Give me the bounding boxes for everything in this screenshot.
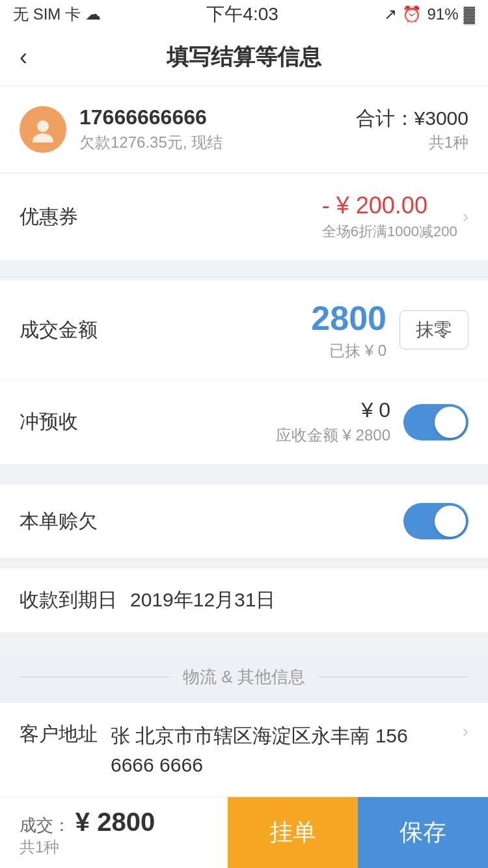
credit-toggle-knob (435, 506, 466, 537)
deal-section: 成交金额 2800 已抹 ¥ 0 抹零 冲预收 ¥ 0 应收金额 ¥ 2800 (0, 280, 488, 464)
user-card: 17666666666 欠款1276.35元, 现结 合计：¥3000 共1种 (0, 86, 488, 172)
bottom-bar: 成交： ¥ 2800 共1种 挂单 保存 (0, 796, 488, 868)
sim-label: 无 SIM 卡 ☁ (13, 4, 101, 25)
avatar (20, 106, 66, 153)
separator-row: 物流 & 其他信息 (0, 653, 488, 701)
due-date-label: 收款到期日 (20, 587, 117, 614)
round-button[interactable]: 抹零 (400, 310, 468, 349)
deal-row: 成交金额 2800 已抹 ¥ 0 抹零 (0, 280, 488, 380)
user-info: 17666666666 欠款1276.35元, 现结 (79, 105, 223, 153)
divider2 (0, 474, 488, 485)
bottom-deal-label: 成交： (20, 815, 70, 835)
credit-toggle[interactable] (403, 503, 468, 539)
nav-bar: ‹ 填写结算等信息 (0, 29, 488, 86)
coupon-amount: - ¥ 200.00 (322, 192, 457, 219)
page-title: 填写结算等信息 (167, 42, 321, 72)
battery-label: 91% (427, 5, 458, 23)
status-time: 下午4:03 (206, 2, 278, 27)
status-bar: 无 SIM 卡 ☁ 下午4:03 ↗ ⏰ 91% ▓ (0, 0, 488, 29)
due-date-value: 2019年12月31日 (130, 587, 275, 614)
total-count: 共1种 (356, 132, 468, 153)
deal-sub: 已抹 ¥ 0 (311, 340, 386, 361)
coupon-row[interactable]: 优惠券 - ¥ 200.00 全场6折满1000减200 › (0, 174, 488, 260)
save-button[interactable]: 保存 (358, 797, 488, 869)
hang-button[interactable]: 挂单 (228, 797, 358, 869)
user-sub: 欠款1276.35元, 现结 (79, 132, 223, 153)
address-row[interactable]: 客户地址 张 北京市市辖区海淀区永丰南 156 6666 6666 › (0, 703, 488, 798)
prepay-row: 冲预收 ¥ 0 应收金额 ¥ 2800 (0, 380, 488, 464)
sep-text: 物流 & 其他信息 (183, 666, 305, 688)
alarm-icon: ⏰ (402, 5, 422, 23)
prepay-label: 冲预收 (20, 409, 78, 435)
deal-amount: 2800 (311, 299, 386, 338)
total-amount: 合计：¥3000 (356, 105, 468, 132)
coupon-label: 优惠券 (20, 204, 78, 230)
user-total: 合计：¥3000 共1种 (356, 105, 468, 153)
divider3 (0, 642, 488, 653)
due-date-row: 收款到期日 2019年12月31日 (0, 569, 488, 632)
prepay-right: ¥ 0 应收金额 ¥ 2800 (276, 398, 468, 446)
sep-line-left (20, 677, 170, 677)
back-button[interactable]: ‹ (20, 44, 27, 71)
coupon-right: - ¥ 200.00 全场6折满1000减200 › (322, 192, 468, 241)
address-label: 客户地址 (20, 721, 98, 748)
toggle-knob (435, 407, 466, 438)
bottom-count: 共1种 (20, 837, 208, 858)
deal-right: 2800 已抹 ¥ 0 抹零 (311, 299, 468, 361)
location-icon: ↗ (384, 5, 397, 23)
divider1 (0, 270, 488, 280)
coupon-desc: 全场6折满1000减200 (322, 222, 457, 241)
bottom-summary: 成交： ¥ 2800 共1种 (0, 807, 228, 858)
credit-row: 本单赊欠 (0, 485, 488, 558)
user-left: 17666666666 欠款1276.35元, 现结 (20, 105, 223, 153)
status-left: 无 SIM 卡 ☁ (13, 4, 101, 25)
prepay-value-wrap: ¥ 0 应收金额 ¥ 2800 (276, 398, 390, 446)
prepay-sub: 应收金额 ¥ 2800 (276, 425, 390, 446)
prepay-toggle[interactable] (403, 404, 468, 441)
address-value: 张 北京市市辖区海淀区永丰南 156 6666 6666 (111, 721, 450, 780)
credit-label: 本单赊欠 (20, 508, 98, 535)
svg-point-1 (33, 133, 53, 142)
address-chevron-icon: › (463, 721, 468, 742)
deal-label: 成交金额 (20, 317, 98, 344)
sep-line-right (318, 677, 468, 677)
status-right: ↗ ⏰ 91% ▓ (384, 5, 475, 23)
bottom-deal-amount: ¥ 2800 (75, 807, 155, 836)
prepay-value: ¥ 0 (276, 398, 390, 422)
chevron-right-icon: › (463, 206, 468, 227)
svg-point-0 (37, 120, 49, 132)
user-phone: 17666666666 (79, 105, 223, 129)
battery-icon: ▓ (464, 5, 476, 23)
content-area: 17666666666 欠款1276.35元, 现结 合计：¥3000 共1种 … (0, 86, 488, 868)
